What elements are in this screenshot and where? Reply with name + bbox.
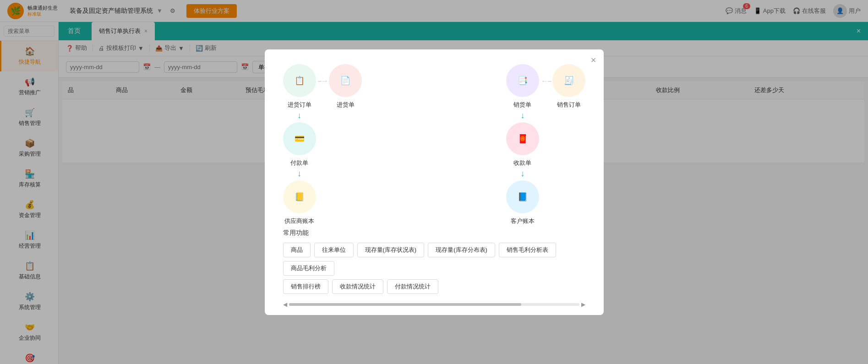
svg-text:🧧: 🧧 [518,134,528,144]
common-funcs-section: 常用功能 商品往来单位现存量(库存状况表)现存量(库存分布表)销售毛利分析表商品… [283,229,585,294]
customer-account-label: 客户账本 [511,217,535,225]
scroll-left-btn[interactable]: ◀ [283,301,287,308]
flow-sales-bill: 📑 销货单 [506,64,539,109]
modal-overlay[interactable]: × 📋 进货订单 ↓ 💳 [0,0,868,364]
arrow-down1: ↓ [297,111,301,120]
scroll-thumb [289,303,521,306]
scroll-bar: ◀ ▶ [283,301,585,308]
modal-close-btn[interactable]: × [591,55,596,65]
supplier-account-icon: 📒 [283,180,316,213]
svg-text:📘: 📘 [518,192,528,202]
func-btn-收款情况统计[interactable]: 收款情况统计 [332,279,383,294]
purchase-bill-icon: 📄 [329,64,362,97]
func-btn-现存量(库存分布表)[interactable]: 现存量(库存分布表) [428,243,495,257]
arrow-right1-area: - - → [318,64,328,85]
func-btn-现存量(库存状况表)[interactable]: 现存量(库存状况表) [357,243,425,257]
svg-text:📄: 📄 [340,76,351,86]
svg-text:🧾: 🧾 [564,76,574,86]
func-btn-商品毛利分析[interactable]: 商品毛利分析 [283,261,334,276]
scroll-right-btn[interactable]: ▶ [581,301,585,308]
sales-order-icon: 🧾 [552,64,585,97]
func-btn-商品[interactable]: 商品 [283,243,311,257]
flow-payment: 💳 付款单 [283,122,316,167]
func-btn-往来单位[interactable]: 往来单位 [314,243,354,257]
func-btn-销售毛利分析表[interactable]: 销售毛利分析表 [499,243,556,257]
svg-text:💳: 💳 [295,134,305,144]
purchase-bill-label: 进货单 [337,101,355,109]
payment-label: 付款单 [290,159,308,167]
receipt-label: 收款单 [513,159,531,167]
flow-supplier-account: 📒 供应商账本 [283,180,316,225]
arrow-down4: ↓ [520,169,524,179]
purchase-order-label: 进货订单 [288,101,311,109]
arrow-left1-area: ← - - [541,64,551,85]
quick-nav-modal: × 📋 进货订单 ↓ 💳 [265,49,604,315]
receipt-icon: 🧧 [506,122,539,155]
flow-customer-account: 📘 客户账本 [506,180,539,225]
func-btn-销售排行榜[interactable]: 销售排行榜 [283,279,328,294]
customer-account-icon: 📘 [506,180,539,213]
sales-order-label: 销售订单 [557,101,581,109]
purchase-bill-col: 📄 进货单 [329,64,362,109]
flow-receipt: 🧧 收款单 [506,122,539,167]
arrow-down2: ↓ [297,169,301,179]
arrow-down3: ↓ [520,111,524,120]
supplier-account-label: 供应商账本 [284,217,314,225]
flow-purchase-bill: 📄 进货单 [329,64,362,109]
svg-text:📋: 📋 [295,76,305,86]
flow-purchase-order: 📋 进货订单 [283,64,316,109]
func-row-2: 销售排行榜收款情况统计付款情况统计 [283,279,585,294]
func-btn-付款情况统计[interactable]: 付款情况统计 [387,279,438,294]
sales-bill-label: 销货单 [513,101,531,109]
scroll-track [289,303,579,306]
svg-text:📑: 📑 [518,76,528,86]
svg-text:📒: 📒 [295,192,305,202]
left-flow-col: 📋 进货订单 ↓ 💳 付款单 ↓ [283,64,316,225]
flow-sales-order: 🧾 销售订单 [552,64,585,109]
common-funcs-title: 常用功能 [283,229,585,237]
payment-icon: 💳 [283,122,316,155]
purchase-order-icon: 📋 [283,64,316,97]
sales-bill-icon: 📑 [506,64,539,97]
sales-bill-col: 📑 销货单 ↓ 🧧 收款单 ↓ [506,64,539,225]
sales-order-col: 🧾 销售订单 [552,64,585,109]
func-row-1: 商品往来单位现存量(库存状况表)现存量(库存分布表)销售毛利分析表商品毛利分析 [283,243,585,276]
